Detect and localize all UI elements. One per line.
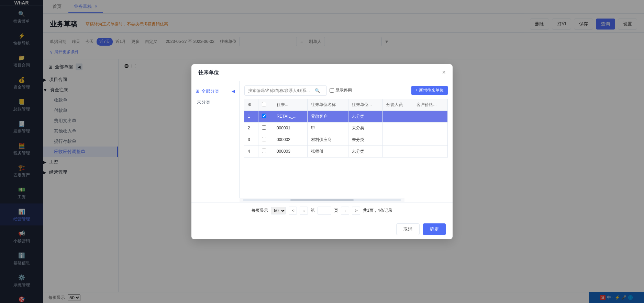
dialog-header: 往来单位 ×	[191, 64, 453, 81]
col-settings: ⚙	[244, 99, 258, 111]
select-all-dialog[interactable]	[262, 102, 266, 106]
row-manager	[383, 145, 413, 157]
row-price	[413, 110, 448, 122]
page-label-pre: 第	[311, 208, 315, 213]
uncategorized-item[interactable]: 未分类	[191, 97, 239, 107]
col-name: 往来单位名称	[308, 99, 348, 111]
row-code: RETAIL_...	[273, 110, 307, 122]
category-grid-icon: ⊞	[196, 89, 199, 94]
row-category: 未分类	[348, 122, 383, 134]
collapse-icon[interactable]: ◀	[232, 89, 235, 94]
dialog-table-row[interactable]: 4 000003 张师傅 未分类	[244, 145, 448, 157]
row-checkbox[interactable]	[258, 122, 273, 134]
row-name: 零散客户	[308, 110, 348, 122]
row-category: 未分类	[348, 145, 383, 157]
dialog-footer: 取消 确定	[191, 219, 453, 239]
per-page-label: 每页显示	[252, 208, 268, 213]
show-disabled-label: 显示停用	[330, 88, 352, 93]
total-label: 共1页，4条记录	[363, 208, 392, 213]
search-icon: 🔍	[315, 88, 320, 93]
dialog-close-btn[interactable]: ×	[442, 69, 446, 76]
all-category-header[interactable]: ⊞ 全部分类 ◀	[191, 85, 239, 97]
dialog-title: 往来单位	[198, 69, 219, 76]
show-disabled-checkbox[interactable]	[330, 88, 334, 93]
dialog-table: ⚙ 往来... 往来单位名称 往来单位... 分管人员 客户价格... 1	[244, 99, 448, 158]
current-page-input[interactable]: 1	[318, 207, 331, 215]
dialog-table-header: ⚙ 往来... 往来单位名称 往来单位... 分管人员 客户价格...	[244, 99, 448, 111]
row-price	[413, 122, 448, 134]
search-box[interactable]: 🔍	[244, 85, 327, 96]
row-name: 张师傅	[308, 145, 348, 157]
page-label-post: 页	[334, 208, 338, 213]
row-manager	[383, 122, 413, 134]
row-price	[413, 134, 448, 145]
dialog-table-row[interactable]: 2 000001 甲 未分类	[244, 122, 448, 134]
dialog-right: 🔍 显示停用 + 新增往来单位 ⚙	[240, 81, 453, 198]
confirm-btn[interactable]: 确定	[423, 223, 446, 235]
first-page-btn[interactable]: ⊲	[289, 207, 297, 215]
row-code: 000003	[273, 145, 307, 157]
search-input[interactable]	[248, 88, 313, 93]
dialog-toolbar: 🔍 显示停用 + 新增往来单位	[244, 85, 448, 96]
row-no: 4	[244, 145, 258, 157]
dialog-table-wrap: ⚙ 往来... 往来单位名称 往来单位... 分管人员 客户价格... 1	[244, 99, 448, 158]
row-no: 1	[244, 110, 258, 122]
dialog-body: ⊞ 全部分类 ◀ 未分类 🔍 显示停用	[191, 81, 453, 198]
row-price	[413, 145, 448, 157]
row-no: 3	[244, 134, 258, 145]
row-name: 材料供应商	[308, 134, 348, 145]
col-category: 往来单位...	[348, 99, 383, 111]
dialog-table-row[interactable]: 3 000002 材料供应商 未分类	[244, 134, 448, 145]
row-manager	[383, 110, 413, 122]
row-category: 未分类	[348, 134, 383, 145]
per-page-select[interactable]: 50	[271, 207, 286, 214]
col-check	[258, 99, 273, 111]
row-code: 000001	[273, 122, 307, 134]
row-checkbox[interactable]	[258, 134, 273, 145]
row-code: 000002	[273, 134, 307, 145]
row-checkbox[interactable]	[258, 145, 273, 157]
partner-dialog: 往来单位 × ⊞ 全部分类 ◀ 未分类	[191, 64, 453, 239]
dialog-table-body: 1 RETAIL_... 零散客户 未分类 2 000001 甲 未分类 3 0…	[244, 110, 448, 157]
last-page-btn[interactable]: ⊳	[352, 207, 360, 215]
row-manager	[383, 134, 413, 145]
row-no: 2	[244, 122, 258, 134]
row-checkbox[interactable]	[258, 110, 273, 122]
dialog-categories: ⊞ 全部分类 ◀ 未分类	[191, 81, 240, 198]
prev-page-btn[interactable]: ‹	[300, 207, 308, 215]
dialog-table-row[interactable]: 1 RETAIL_... 零散客户 未分类	[244, 110, 448, 122]
row-name: 甲	[308, 122, 348, 134]
category-label: 全部分类	[201, 88, 219, 94]
cancel-btn[interactable]: 取消	[396, 223, 420, 235]
dialog-pagination: 每页显示 50 ⊲ ‹ 第 1 页 › ⊳ 共1页，4条记录	[191, 202, 453, 219]
col-price: 客户价格...	[413, 99, 448, 111]
horizontal-scrollbar[interactable]	[240, 198, 404, 202]
add-partner-btn[interactable]: + 新增往来单位	[411, 86, 448, 95]
col-code: 往来...	[273, 99, 307, 111]
next-page-btn[interactable]: ›	[341, 207, 349, 215]
row-category: 未分类	[348, 110, 383, 122]
modal-overlay: 往来单位 × ⊞ 全部分类 ◀ 未分类	[0, 0, 644, 303]
col-manager: 分管人员	[383, 99, 413, 111]
